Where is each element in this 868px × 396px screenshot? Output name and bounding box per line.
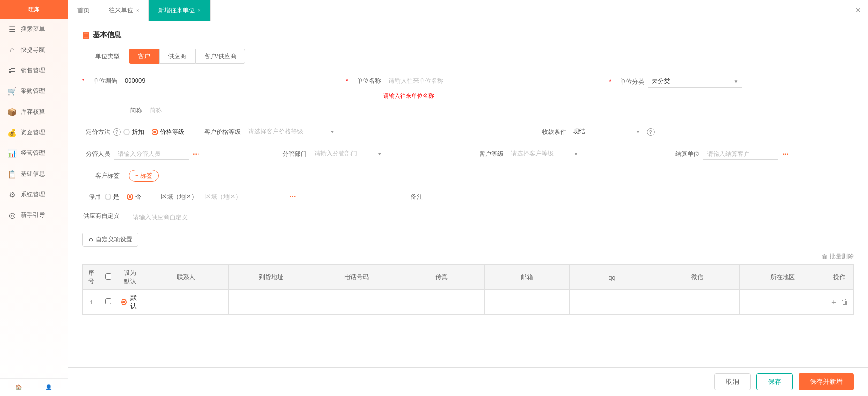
payment-terms-select[interactable]: 现结 ▼ (569, 125, 644, 138)
manager-input[interactable] (114, 148, 189, 160)
settlement-unit-more-icon[interactable]: ··· (782, 150, 788, 158)
guide-icon: ◎ (8, 210, 17, 220)
row-default[interactable]: 默认 (116, 290, 144, 315)
required-star-name: * (346, 78, 348, 85)
sidebar-item-quick-nav[interactable]: ⌂ 快捷导航 (0, 39, 68, 60)
row-add-icon[interactable]: ＋ (830, 297, 838, 307)
row-default-radio[interactable]: 默认 (121, 294, 139, 311)
payment-terms-arrow: ▼ (636, 129, 640, 134)
tab-partners[interactable]: 往来单位 × (99, 0, 149, 21)
row-check[interactable] (100, 290, 116, 315)
sidebar-item-system[interactable]: ⚙ 系统管理 (0, 184, 68, 205)
unit-type-supplier-button[interactable]: 供应商 (159, 49, 195, 64)
row-qq-input[interactable] (574, 297, 650, 308)
tab-new-partner[interactable]: 新增往来单位 × (149, 0, 210, 21)
row-email-input[interactable] (489, 297, 565, 308)
custom-setting-button[interactable]: ⚙ 自定义项设置 (82, 233, 138, 247)
customer-price-level-select[interactable]: 请选择客户价格等级 ▼ (244, 125, 338, 138)
department-placeholder: 请输入分管部门 (314, 149, 357, 158)
row-email[interactable] (484, 290, 570, 315)
settlement-unit-input[interactable] (703, 148, 778, 160)
table-toolbar: 🗑 批量删除 (82, 252, 854, 261)
sidebar-item-search[interactable]: ☰ 搜索菜单 (0, 19, 68, 39)
supplier-custom-input[interactable] (129, 212, 223, 223)
customer-level-arrow: ▼ (574, 151, 579, 156)
unit-name-input[interactable] (385, 75, 497, 86)
sidebar-item-finance[interactable]: 💰 资金管理 (0, 122, 68, 143)
row-fax-input[interactable] (404, 297, 480, 308)
sidebar-item-basic-info[interactable]: 📋 基础信息 (0, 163, 68, 184)
unit-code-input[interactable] (121, 75, 215, 86)
row-address[interactable] (229, 290, 314, 315)
short-name-input[interactable] (146, 105, 240, 116)
short-name-label: 简称 (123, 106, 142, 115)
row-checkbox[interactable] (105, 298, 111, 304)
row-qq[interactable] (570, 290, 655, 315)
sidebar-item-purchase[interactable]: 🛒 采购管理 (0, 81, 68, 101)
customer-level-select[interactable]: 请选择客户等级 ▼ (507, 148, 582, 160)
short-name-field: 简称 (123, 105, 240, 116)
unit-category-label: 单位分类 (616, 78, 644, 86)
department-label: 分管部门 (279, 150, 307, 158)
tag-add-button[interactable]: + 标签 (129, 170, 159, 182)
pricing-discount-radio[interactable]: 折扣 (123, 128, 144, 136)
disable-no-label: 否 (135, 193, 141, 201)
unit-type-customer-button[interactable]: 客户 (129, 49, 159, 64)
sidebar-home-btn[interactable]: 🏠 (6, 384, 32, 390)
row-fax[interactable] (399, 290, 485, 315)
remarks-field: 备注 (404, 191, 854, 202)
sidebar-item-finance-label: 资金管理 (21, 128, 45, 137)
payment-terms-help-icon[interactable]: ? (647, 128, 655, 136)
department-select[interactable]: 请输入分管部门 ▼ (311, 148, 386, 160)
region-input[interactable] (201, 191, 286, 202)
pricing-price-level-label: 价格等级 (160, 128, 184, 136)
unit-code-field: * 单位编码 (82, 75, 327, 86)
tab-close-all-button[interactable]: × (848, 6, 868, 16)
sidebar-item-guide-label: 新手引导 (21, 211, 45, 219)
disable-yes-radio[interactable]: 是 (105, 193, 119, 201)
row-phone-input[interactable] (319, 297, 395, 308)
manager-more-icon[interactable]: ··· (193, 150, 199, 158)
row-region[interactable] (740, 290, 825, 315)
tab-new-partner-close[interactable]: × (198, 8, 200, 13)
customer-price-level-field: 客户价格等级 请选择客户价格等级 ▼ (203, 125, 519, 138)
tab-home[interactable]: 首页 (68, 0, 99, 21)
tab-bar: 首页 往来单位 × 新增往来单位 × × (68, 0, 868, 21)
save-new-button[interactable]: 保存并新增 (799, 373, 854, 390)
row-default-inner (122, 301, 125, 303)
disable-no-radio[interactable]: 否 (127, 193, 141, 201)
unit-type-row: 单位类型 客户 供应商 客户/供应商 (82, 49, 854, 64)
row-actions: ＋ 🗑 (825, 290, 853, 315)
row-contact-input[interactable] (149, 297, 224, 308)
region-more-icon[interactable]: ··· (289, 193, 296, 201)
select-all-checkbox[interactable] (105, 273, 111, 280)
save-button[interactable]: 保存 (756, 373, 793, 390)
row-wechat[interactable] (655, 290, 740, 315)
row-delete-icon[interactable]: 🗑 (841, 298, 849, 306)
row-wechat-input[interactable] (660, 297, 735, 308)
contact-table: 序号 设为默认 联系人 到货地址 电话号码 传真 邮箱 qq 微信 所在地区 操… (82, 264, 854, 315)
cancel-button[interactable]: 取消 (714, 373, 751, 390)
unit-category-select[interactable]: 未分类 ▼ (648, 75, 742, 88)
sidebar-item-guide[interactable]: ◎ 新手引导 (0, 205, 68, 225)
row-address-input[interactable] (234, 297, 309, 308)
sidebar: 旺库 ☰ 搜索菜单 ⌂ 快捷导航 🏷 销售管理 🛒 采购管理 📦 库存核算 💰 … (0, 0, 68, 396)
tab-partners-label: 往来单位 (109, 6, 133, 15)
th-address: 到货地址 (229, 265, 314, 290)
row-phone[interactable] (314, 290, 399, 315)
sidebar-item-inventory[interactable]: 📦 库存核算 (0, 101, 68, 122)
tab-partners-close[interactable]: × (136, 8, 139, 13)
sidebar-item-sales[interactable]: 🏷 销售管理 (0, 60, 68, 81)
remarks-input[interactable] (426, 191, 614, 202)
section-title-icon: ▣ (82, 31, 89, 39)
batch-delete-icon: 🗑 (822, 253, 828, 260)
pricing-help-icon[interactable]: ? (113, 128, 121, 136)
batch-delete-button[interactable]: 🗑 批量删除 (822, 252, 854, 261)
row-contact[interactable] (144, 290, 229, 315)
sidebar-item-operations[interactable]: 📊 经营管理 (0, 143, 68, 163)
sidebar-user-btn[interactable]: 👤 (36, 384, 62, 390)
unit-category-field: * 单位分类 未分类 ▼ (609, 75, 854, 88)
row-region-input[interactable] (745, 297, 820, 308)
unit-type-both-button[interactable]: 客户/供应商 (195, 49, 245, 64)
pricing-price-level-radio[interactable]: 价格等级 (152, 128, 184, 136)
